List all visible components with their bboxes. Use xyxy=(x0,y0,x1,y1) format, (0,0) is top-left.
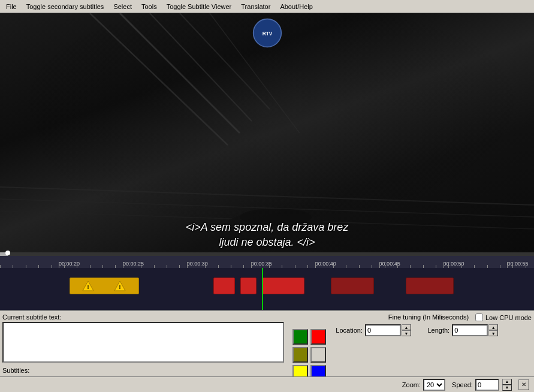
tick-major xyxy=(315,262,316,268)
subtitle-block-yellow-1[interactable]: ! ! xyxy=(70,278,139,294)
length-spinners: ▲ ▼ xyxy=(488,324,498,336)
svg-text:!: ! xyxy=(88,284,89,290)
subtitle-block-red-1[interactable] xyxy=(213,278,235,294)
warning-icon-2: ! xyxy=(114,281,126,291)
speed-spin-down[interactable]: ▼ xyxy=(502,385,512,391)
timeline-ruler: 00:00:2000:00:2500:00:3000:00:3500:00:40… xyxy=(0,256,534,268)
tick-major xyxy=(187,262,188,268)
location-spin-up[interactable]: ▲ xyxy=(402,324,411,330)
length-input[interactable] xyxy=(452,324,488,336)
location-spinners: ▲ ▼ xyxy=(402,324,411,336)
subtitle-text: <i>A sem spoznal, da država brez ljudi n… xyxy=(0,220,534,250)
video-logo: RTV xyxy=(252,18,282,48)
tick-major xyxy=(507,262,508,268)
tick-major xyxy=(123,262,123,268)
svg-text:RTV: RTV xyxy=(262,31,272,37)
length-spin-up[interactable]: ▲ xyxy=(488,324,498,330)
subtitle-block-darkred-2[interactable] xyxy=(406,278,454,294)
zoom-label: Zoom: xyxy=(402,381,421,388)
subtitles-label: Subtitles: xyxy=(2,367,29,374)
menu-file[interactable]: File xyxy=(1,2,22,11)
video-area[interactable]: RTV <i>A sem spoznal, da država brez lju… xyxy=(0,13,534,256)
color-darkyellow-button[interactable] xyxy=(292,347,308,363)
color-green-button[interactable] xyxy=(292,329,308,345)
location-input[interactable] xyxy=(365,324,401,336)
svg-text:!: ! xyxy=(119,284,121,290)
subtitle-text-section: Current subtitle text: xyxy=(2,313,289,364)
subtitle-textarea[interactable] xyxy=(2,322,284,363)
menu-toggle-viewer[interactable]: Toggle Subtitle Viewer xyxy=(162,2,237,11)
tick-major xyxy=(251,262,252,268)
menu-toggle-secondary[interactable]: Toggle secondary subtitles xyxy=(22,2,109,11)
speed-spin-up[interactable]: ▲ xyxy=(502,379,512,385)
tick-major xyxy=(444,262,444,268)
menu-translator[interactable]: Translator xyxy=(236,2,275,11)
subtitle-block-red-3[interactable] xyxy=(262,278,304,294)
menu-tools[interactable]: Tools xyxy=(137,2,162,11)
speed-spinners: ▲ ▼ xyxy=(502,379,512,391)
location-spin-down[interactable]: ▼ xyxy=(402,330,411,336)
video-progress-thumb[interactable] xyxy=(5,251,10,255)
warning-icon-1: ! xyxy=(82,281,94,291)
close-button[interactable]: ✕ xyxy=(518,379,529,390)
color-buttons xyxy=(292,329,327,382)
subtitle-block-red-2[interactable] xyxy=(240,278,257,294)
timeline-tracks[interactable]: ! ! xyxy=(0,268,534,310)
zoom-select[interactable]: 20 10 50 xyxy=(423,379,445,391)
bottom-panel: Current subtitle text: Fine tuning (In M… xyxy=(0,310,534,392)
playhead[interactable] xyxy=(262,268,263,310)
low-cpu-checkbox[interactable] xyxy=(475,313,483,321)
status-bar: Zoom: 20 10 50 Speed: ▲ ▼ ✕ xyxy=(0,376,534,392)
length-spin-down[interactable]: ▼ xyxy=(488,330,498,336)
low-cpu-row: Low CPU mode xyxy=(475,313,532,321)
subtitle-block-darkred-1[interactable] xyxy=(331,278,373,294)
speed-input[interactable] xyxy=(475,379,499,391)
speed-label: Speed: xyxy=(452,381,473,388)
length-label: Length: xyxy=(417,327,449,334)
subtitle-text-label: Current subtitle text: xyxy=(2,313,289,321)
color-empty-button[interactable] xyxy=(310,347,326,363)
tick-major xyxy=(59,262,59,268)
subtitle-line1: <i>A sem spoznal, da država brez xyxy=(186,221,348,233)
low-cpu-label: Low CPU mode xyxy=(485,314,532,321)
location-label: Location: xyxy=(330,327,363,334)
timeline-area[interactable]: 00:00:2000:00:2500:00:3000:00:3500:00:40… xyxy=(0,256,534,310)
menu-select[interactable]: Select xyxy=(108,2,137,11)
subtitle-line2: ljudi ne obstaja. </i> xyxy=(219,236,315,248)
color-red-button[interactable] xyxy=(310,329,326,345)
menubar: File Toggle secondary subtitles Select T… xyxy=(0,0,534,13)
location-row: Location: ▲ ▼ Length: ▲ ▼ xyxy=(330,324,527,336)
menu-about[interactable]: About/Help xyxy=(275,2,317,11)
tick-major xyxy=(379,262,380,268)
